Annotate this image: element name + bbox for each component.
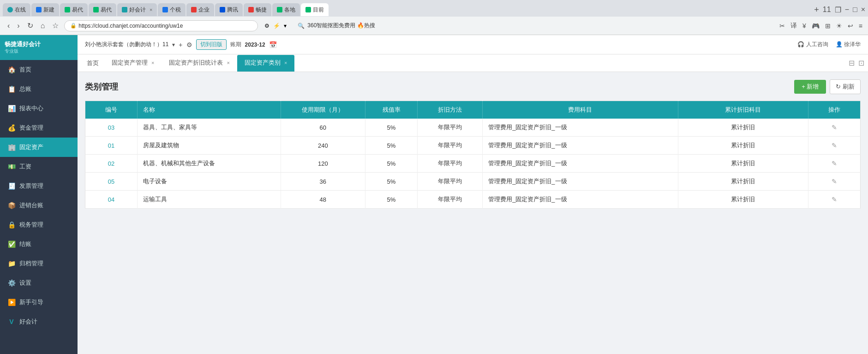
sidebar-item-fixed-assets[interactable]: 🏢 固定资产 bbox=[0, 138, 78, 157]
grid-icon[interactable]: ⊞ bbox=[825, 22, 831, 30]
calendar-icon[interactable]: 📅 bbox=[269, 41, 277, 48]
new-tab-btn[interactable]: + bbox=[814, 5, 819, 15]
payroll-icon: 💵 bbox=[7, 162, 16, 171]
url-bar[interactable]: 🔒 https://cloud.chanjet.com/accounting/u… bbox=[64, 20, 258, 31]
tab-close-4[interactable]: × bbox=[150, 7, 152, 12]
toolbar-actions: ✂ 译 ¥ 🎮 ⊞ ☀ ↩ ≡ bbox=[779, 22, 862, 30]
browser-tab-0[interactable]: 在线 bbox=[3, 3, 30, 16]
expand-btn[interactable]: ▾ bbox=[284, 23, 287, 29]
minimize-btn[interactable]: − bbox=[845, 6, 849, 14]
sidebar-label-home: 首页 bbox=[19, 66, 31, 74]
sidebar-label-archive: 归档管理 bbox=[19, 259, 43, 268]
home-icon: 🏠 bbox=[7, 66, 16, 74]
sidebar-item-ledger[interactable]: 📋 总账 bbox=[0, 79, 78, 99]
sidebar-item-archive[interactable]: 📁 归档管理 bbox=[0, 254, 78, 273]
tab-minimize-btn[interactable]: ⊟ bbox=[849, 59, 855, 67]
tab-nav: 首页 固定资产管理 × 固定资产折旧统计表 × 固定资产类别 × ⊟ ⊡ bbox=[78, 54, 868, 72]
refresh-btn[interactable]: ↻ 刷新 bbox=[830, 79, 861, 94]
sidebar-label-payroll: 工资 bbox=[19, 162, 31, 171]
edit-btn[interactable]: ✎ bbox=[832, 124, 837, 131]
browser-tab-7[interactable]: 腾讯 bbox=[215, 3, 243, 16]
edit-btn[interactable]: ✎ bbox=[832, 142, 837, 149]
sidebar-item-payroll[interactable]: 💵 工资 bbox=[0, 157, 78, 176]
forward-btn[interactable]: › bbox=[15, 21, 21, 31]
consultation-btn[interactable]: 🎧 人工咨询 bbox=[797, 41, 828, 48]
sidebar-item-invoice[interactable]: 🧾 发票管理 bbox=[0, 176, 78, 196]
search-icon: 🔍 bbox=[298, 23, 305, 29]
close-browser-btn[interactable]: × bbox=[861, 6, 865, 14]
back-btn[interactable]: ‹ bbox=[6, 21, 12, 31]
col-action: 操作 bbox=[808, 101, 861, 119]
edit-btn[interactable]: ✎ bbox=[832, 160, 837, 167]
headset-icon: 🎧 bbox=[797, 41, 804, 48]
browser-tab-4[interactable]: 好会计 × bbox=[117, 3, 157, 16]
tab-close-0[interactable]: × bbox=[151, 60, 154, 66]
cell-name: 运输工具 bbox=[137, 191, 281, 209]
col-method: 折旧方法 bbox=[417, 101, 482, 119]
top-toolbar-right: 🎧 人工咨询 👤 徐泽华 bbox=[797, 41, 861, 48]
sidebar-item-haokuai[interactable]: V 好会计 bbox=[0, 312, 78, 331]
cell-code[interactable]: 01 bbox=[85, 137, 138, 155]
edit-btn[interactable]: ✎ bbox=[832, 178, 837, 185]
plus-btn[interactable]: + bbox=[179, 41, 182, 48]
cell-months: 240 bbox=[281, 137, 365, 155]
tab-close-1[interactable]: × bbox=[227, 60, 229, 66]
table-row: 05 电子设备 36 5% 年限平均 管理费用_固定资产折旧_一级 累计折旧 ✎ bbox=[85, 173, 861, 191]
sidebar-label-ledger: 总账 bbox=[19, 85, 31, 93]
game-icon: 🎮 bbox=[812, 22, 820, 30]
sidebar-item-settings[interactable]: ⚙️ 设置 bbox=[0, 273, 78, 293]
home-btn[interactable]: ⌂ bbox=[39, 21, 47, 31]
search-label[interactable]: 360智能抠图免费用 🔥热搜 bbox=[307, 22, 375, 30]
haokuai-icon: V bbox=[7, 318, 16, 326]
cell-code[interactable]: 04 bbox=[85, 191, 138, 209]
sidebar-item-purchase-sales[interactable]: 📦 进销台账 bbox=[0, 196, 78, 215]
browser-tab-1[interactable]: 新建 bbox=[31, 3, 59, 16]
translate-icon[interactable]: 译 bbox=[790, 22, 797, 30]
cell-code[interactable]: 03 bbox=[85, 119, 138, 137]
cell-action: ✎ bbox=[808, 119, 861, 137]
cell-code[interactable]: 02 bbox=[85, 155, 138, 173]
browser-tab-6[interactable]: 企业 bbox=[186, 3, 214, 16]
browser-tab-9[interactable]: 各地 bbox=[272, 3, 300, 16]
lightning-btn[interactable]: ⚡ bbox=[273, 23, 280, 29]
dropdown-btn[interactable]: ▾ bbox=[172, 42, 175, 48]
cut-icon: ✂ bbox=[779, 22, 785, 30]
breadcrumb-home[interactable]: 首页 bbox=[81, 55, 104, 71]
sidebar-item-reports[interactable]: 📊 报表中心 bbox=[0, 99, 78, 118]
tab-close-2[interactable]: × bbox=[284, 60, 287, 66]
page-tab-0[interactable]: 固定资产管理 × bbox=[104, 55, 162, 72]
menu-btn[interactable]: ≡ bbox=[859, 22, 862, 30]
page-title: 类别管理 bbox=[85, 81, 118, 92]
settings-btn[interactable]: ⚙ bbox=[186, 41, 192, 48]
user-avatar[interactable]: 👤 徐泽华 bbox=[836, 41, 861, 48]
sidebar-item-tax[interactable]: 🔒 税务管理 bbox=[0, 215, 78, 234]
cell-name: 房屋及建筑物 bbox=[137, 137, 281, 155]
maximize-btn[interactable]: □ bbox=[853, 6, 857, 14]
add-btn[interactable]: + 新增 bbox=[794, 80, 826, 94]
tab-expand-btn[interactable]: ⊡ bbox=[858, 59, 864, 67]
browser-tab-8[interactable]: 畅捷 bbox=[244, 3, 271, 16]
cell-rate: 5% bbox=[365, 191, 418, 209]
restore-btn[interactable]: ❐ bbox=[835, 6, 841, 14]
reports-icon: 📊 bbox=[7, 104, 16, 113]
page-tab-2[interactable]: 固定资产类别 × bbox=[237, 55, 294, 72]
guide-icon: ▶️ bbox=[7, 298, 16, 306]
bookmark-btn[interactable]: ☆ bbox=[50, 20, 60, 31]
browser-tab-2[interactable]: 易代 bbox=[60, 3, 88, 16]
sidebar-item-closing[interactable]: ✅ 结账 bbox=[0, 234, 78, 254]
sidebar-item-home[interactable]: 🏠 首页 bbox=[0, 60, 78, 79]
undo-icon[interactable]: ↩ bbox=[848, 22, 853, 30]
tab-bar: 在线 新建 易代 易代 好会计 × 个税 企业 腾讯 bbox=[0, 0, 868, 17]
sidebar-item-funds[interactable]: 💰 资金管理 bbox=[0, 118, 78, 138]
cell-code[interactable]: 05 bbox=[85, 173, 138, 191]
reload-btn[interactable]: ↻ bbox=[25, 20, 35, 31]
extension-btn[interactable]: ⚙ bbox=[264, 23, 269, 29]
cell-action: ✎ bbox=[808, 173, 861, 191]
browser-tab-10[interactable]: 目前 bbox=[301, 3, 329, 16]
page-tab-1[interactable]: 固定资产折旧统计表 × bbox=[162, 55, 237, 72]
browser-tab-3[interactable]: 易代 bbox=[89, 3, 116, 16]
browser-tab-5[interactable]: 个税 bbox=[158, 3, 186, 16]
sidebar-item-guide[interactable]: ▶️ 新手引导 bbox=[0, 293, 78, 312]
edit-btn[interactable]: ✎ bbox=[832, 196, 837, 203]
switch-old-btn[interactable]: 切到旧版 bbox=[196, 39, 227, 50]
